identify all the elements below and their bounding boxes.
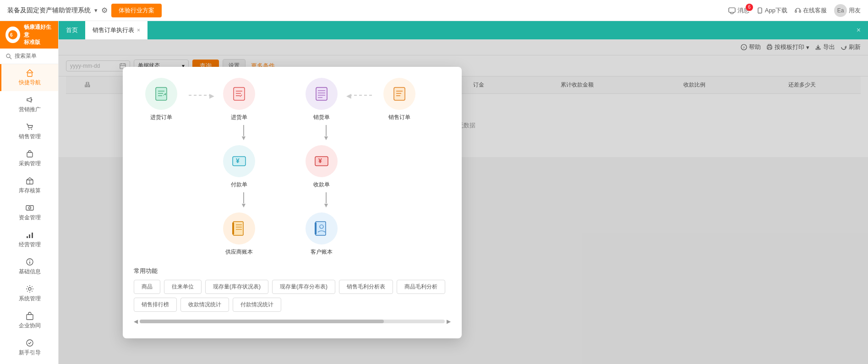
top-bar-right: 消息 6 App下载 在线客服 Ea 用友 xyxy=(728,4,861,17)
brand-icon: 6 xyxy=(8,30,18,40)
sidebar-item-quick-nav[interactable]: 快捷导航 xyxy=(0,64,58,91)
flow-circle-receipt-bill: ¥ xyxy=(306,145,338,177)
top-bar-left: 装备及固定资产辅助管理系统 ▾ ⚙ 体验行业方案 xyxy=(7,4,728,17)
message-badge: 6 xyxy=(746,4,753,11)
scroll-right-button[interactable]: ▶ xyxy=(447,318,451,325)
customer-ledger-label: 客户账本 xyxy=(311,248,333,256)
scroll-left-button[interactable]: ◀ xyxy=(134,318,138,325)
scroll-track[interactable] xyxy=(140,320,445,323)
phone-icon xyxy=(757,7,763,14)
flow-row-1: 进货订单 ▶ xyxy=(134,78,427,121)
headset-icon xyxy=(795,7,801,14)
svg-text:¥: ¥ xyxy=(318,157,322,164)
flow-circle-purchase-bill xyxy=(223,78,255,110)
sidebar-item-label: 企业协同 xyxy=(19,322,41,330)
flow-circle-supplier-ledger xyxy=(223,212,255,244)
sales-bill-label: 销货单 xyxy=(313,114,330,121)
common-btn-stock-dist[interactable]: 现存量(库存分布表) xyxy=(272,280,335,294)
dropdown-arrow-icon[interactable]: ▾ xyxy=(94,7,98,14)
common-btn-sales-profit[interactable]: 销售毛利分析表 xyxy=(339,280,393,294)
svg-rect-18 xyxy=(29,234,30,238)
sidebar-item-marketing[interactable]: 营销推广 xyxy=(0,91,58,118)
purchase-bill-icon xyxy=(231,86,247,102)
info-icon xyxy=(26,258,34,266)
app-download-button[interactable]: App下载 xyxy=(757,6,787,15)
megaphone-icon xyxy=(26,96,34,104)
sidebar-item-label: 销售管理 xyxy=(19,133,41,141)
flow-item-receipt-bill[interactable]: ¥ 收款单 xyxy=(294,145,349,189)
sidebar-item-purchase[interactable]: 采购管理 xyxy=(0,145,58,172)
common-btn-stock-status[interactable]: 现存量(库存状况表) xyxy=(205,280,268,294)
sidebar-item-finance[interactable]: 资金管理 xyxy=(0,199,58,226)
svg-rect-15 xyxy=(26,206,33,210)
common-btns-row-2: 销售排行榜 收款情况统计 付款情况统计 xyxy=(134,298,451,312)
sidebar-item-label: 基础信息 xyxy=(19,268,41,276)
flow-arrow-1: ▶ xyxy=(189,95,212,96)
flow-item-sales-order[interactable]: 销售订单 xyxy=(372,78,427,121)
sidebar-item-newbie[interactable]: 新手引导 xyxy=(0,334,58,361)
svg-text:¥: ¥ xyxy=(236,157,240,164)
trial-button[interactable]: 体验行业方案 xyxy=(111,4,162,17)
sidebar-item-enterprise[interactable]: 企业协同 xyxy=(0,307,58,334)
settings-icon[interactable]: ⚙ xyxy=(101,6,108,15)
sidebar-item-label: 库存核算 xyxy=(19,187,41,195)
flow-circle-customer-ledger xyxy=(306,212,338,244)
sidebar-item-label: 资金管理 xyxy=(19,214,41,222)
common-btn-partners[interactable]: 往来单位 xyxy=(164,280,202,294)
box-icon xyxy=(26,177,34,185)
tab-close-icon[interactable]: × xyxy=(137,27,140,33)
svg-rect-17 xyxy=(27,236,28,238)
tab-home[interactable]: 首页 xyxy=(59,21,85,39)
scroll-thumb[interactable] xyxy=(140,320,384,323)
common-btn-goods[interactable]: 商品 xyxy=(134,280,160,294)
message-button[interactable]: 消息 6 xyxy=(728,6,749,15)
online-service-button[interactable]: 在线客服 xyxy=(795,6,827,15)
logo-icon: 6 xyxy=(5,27,20,43)
sidebar-item-base-info[interactable]: 基础信息 xyxy=(0,253,58,280)
flow-left-col: 进货订单 ▶ xyxy=(134,78,427,256)
home-icon xyxy=(26,69,34,77)
sidebar-item-inventory[interactable]: 库存核算 xyxy=(0,172,58,199)
main-area: 6 畅康通好生意 标准版 搜索菜单 快捷导航 营销推广 xyxy=(0,21,868,364)
search-menu-label: 搜索菜单 xyxy=(15,52,37,60)
common-btn-sales-rank[interactable]: 销售排行榜 xyxy=(134,298,177,312)
flow-item-payment-bill[interactable]: ¥ 付款单 xyxy=(212,145,267,189)
svg-rect-63 xyxy=(315,223,317,234)
search-menu-button[interactable]: 搜索菜单 xyxy=(0,49,58,64)
svg-rect-9 xyxy=(27,73,32,76)
flow-circle-sales-order xyxy=(383,78,415,110)
close-all-tabs-icon[interactable]: × xyxy=(849,26,868,34)
sidebar-item-sales[interactable]: 销售管理 xyxy=(0,118,58,145)
flow-item-supplier-ledger[interactable]: 供应商账本 xyxy=(212,212,267,256)
payment-bill-icon: ¥ xyxy=(231,153,247,169)
popup-overlay: 进货订单 ▶ xyxy=(59,39,868,364)
sidebar-item-label: 系统管理 xyxy=(19,295,41,303)
svg-rect-58 xyxy=(232,223,234,234)
enterprise-icon xyxy=(26,312,34,320)
flow-item-purchase-bill[interactable]: 进货单 xyxy=(212,78,267,121)
svg-point-5 xyxy=(8,30,17,39)
purchase-order-icon xyxy=(153,86,169,102)
flow-item-purchase-order[interactable]: 进货订单 xyxy=(134,78,189,121)
svg-point-25 xyxy=(27,340,33,346)
tab-sales-order-exec[interactable]: 销售订单执行表 × xyxy=(85,21,147,39)
user-menu[interactable]: Ea 用友 xyxy=(834,4,861,17)
common-btns-row-1: 商品 往来单位 现存量(库存状况表) 现存量(库存分布表) 销售毛利分析表 商品… xyxy=(134,280,451,294)
svg-text:6: 6 xyxy=(10,33,13,38)
svg-rect-44 xyxy=(316,87,327,100)
message-icon xyxy=(728,7,736,14)
sidebar-item-system[interactable]: 系统管理 xyxy=(0,280,58,307)
search-icon xyxy=(5,53,12,60)
common-btn-receipt-stats[interactable]: 收款情况统计 xyxy=(180,298,229,312)
app-download-label: App下载 xyxy=(765,6,787,15)
flow-item-sales-bill[interactable]: 销货单 xyxy=(294,78,349,121)
common-btn-goods-profit[interactable]: 商品毛利分析 xyxy=(397,280,445,294)
svg-point-16 xyxy=(29,207,31,209)
flow-item-customer-ledger[interactable]: 客户账本 xyxy=(294,212,349,256)
svg-rect-57 xyxy=(233,222,243,235)
sidebar: 6 畅康通好生意 标准版 搜索菜单 快捷导航 营销推广 xyxy=(0,21,59,364)
sidebar-item-operations[interactable]: 经营管理 xyxy=(0,226,58,253)
sidebar-item-label: 采购管理 xyxy=(19,160,41,168)
common-btn-payment-stats[interactable]: 付款情况统计 xyxy=(233,298,281,312)
sales-order-icon xyxy=(391,86,408,102)
